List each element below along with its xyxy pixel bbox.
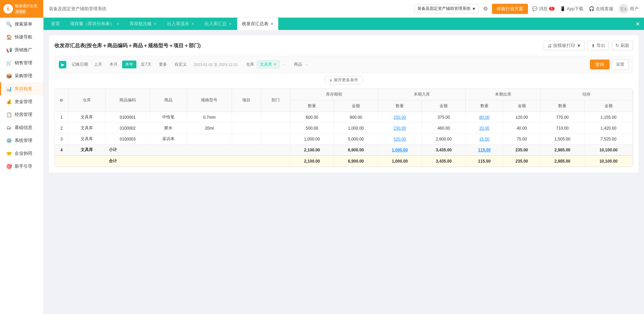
cell-total-balance-amt: 10,100.00 <box>584 155 633 167</box>
print-button[interactable]: 🖨 按模板打印 ▼ <box>544 41 585 50</box>
sidebar-item-search[interactable]: 🔍 搜索菜单 <box>0 18 43 31</box>
cell-out-qty[interactable]: 15.00 <box>466 134 503 145</box>
sidebar-item-quicknav[interactable]: 🏠 快捷导航 <box>0 31 43 44</box>
cell-name: 采访本 <box>150 134 187 145</box>
finance-icon: 💰 <box>6 99 12 104</box>
tab-close-inout-summary[interactable]: ✕ <box>229 22 232 26</box>
cell-warehouse: 文具库 <box>68 112 105 123</box>
cell-subtotal-balance-qty: 2,985.00 <box>541 145 584 156</box>
filter-toggle-arrow[interactable]: ▶ <box>59 61 66 68</box>
cell-balance-amt: 7,525.00 <box>584 134 633 145</box>
date-btn-more[interactable]: 更多 <box>156 61 170 68</box>
tab-batch[interactable]: 库存批次账 ✕ <box>125 18 162 30</box>
date-btn-this-year[interactable]: 本年 <box>122 61 136 68</box>
settings-icon[interactable]: ⚙ <box>483 5 488 12</box>
th-balance-qty: 数量 <box>541 100 584 112</box>
topbar: 装备及固定资产辅助管理系统 装备及固定资产辅助管理系统 ▼ ⚙ 体验行业方案 💬… <box>44 0 644 18</box>
sidebar-item-operations[interactable]: 📋 经营管理 <box>0 108 43 121</box>
sidebar-item-marketing[interactable]: 📢 营销推广 <box>0 44 43 56</box>
cell-subtotal-num: 4 <box>55 145 68 156</box>
gear-icon[interactable]: ⚙ <box>60 98 63 103</box>
cell-subtotal-opening-qty: 2,100.00 <box>290 145 334 156</box>
chevron-down-icon: ▼ <box>577 43 581 48</box>
page-card: 收发存汇总表(按仓库＋商品编码＋商品＋规格型号＋项目＋部门) 🖨 按模板打印 ▼… <box>49 35 639 172</box>
sidebar-item-enterprise[interactable]: 🤝 企业协同 <box>0 147 43 160</box>
logo-icon: 6 <box>3 4 13 14</box>
sidebar-item-inventory[interactable]: 📊 库存核算 <box>0 82 43 95</box>
cell-opening-qty: 500.00 <box>290 123 334 134</box>
cell-department <box>261 134 290 145</box>
phone-icon: 📱 <box>560 6 565 11</box>
sidebar-item-purchase[interactable]: 📦 采购管理 <box>0 69 43 82</box>
cell-balance-qty: 710.00 <box>541 123 584 134</box>
tab-close-batch[interactable]: ✕ <box>154 22 157 26</box>
tabbar-close-icon[interactable]: ✕ <box>634 21 641 27</box>
cell-opening-qty: 600.00 <box>290 112 334 123</box>
cell-out-amt: 120.00 <box>503 112 541 123</box>
date-btn-custom[interactable]: 自定义 <box>171 61 190 68</box>
cell-project <box>232 123 261 134</box>
total-row: 合计 2,100.00 6,900.00 1,000.00 3,435.00 1… <box>55 155 633 167</box>
headset-icon: 🎧 <box>589 6 594 11</box>
warehouse-tag-close[interactable]: ✕ <box>274 62 277 67</box>
sidebar-item-finance[interactable]: 💰 资金管理 <box>0 95 43 108</box>
cell-in-qty[interactable]: 520.00 <box>378 134 422 145</box>
cell-out-qty[interactable]: 20.00 <box>466 123 503 134</box>
date-btn-this-month[interactable]: 本月 <box>106 61 121 68</box>
tab-stock-dist[interactable]: 现存量（库存分布表） ✕ <box>65 18 124 30</box>
tab-inout-flow[interactable]: 出入库流水 ✕ <box>162 18 199 30</box>
expand-conditions-button[interactable]: ∨ 展开更多条件 <box>324 76 363 84</box>
page-title: 收发存汇总表(按仓库＋商品编码＋商品＋规格型号＋项目＋部门) <box>54 43 201 49</box>
th-warehouse: 仓库 <box>68 89 105 112</box>
tab-close-stock-summary[interactable]: ✕ <box>270 22 274 26</box>
tab-stock-summary[interactable]: 收发存汇总表 ✕ <box>237 18 278 30</box>
sidebar-item-basic[interactable]: 🗂 基础信息 <box>0 121 43 134</box>
tab-close-stock-dist[interactable]: ✕ <box>116 22 119 26</box>
date-filter-label: 记账日期 <box>72 62 88 67</box>
system-selector[interactable]: 装备及固定资产辅助管理系统 ▼ <box>414 4 479 13</box>
cell-code: 0100001 <box>105 112 150 123</box>
cell-out-amt: 40.00 <box>503 123 541 134</box>
date-btn-last-month[interactable]: 上月 <box>91 61 105 68</box>
warehouse-more-btn[interactable]: ··· <box>282 62 286 67</box>
message-icon: 💬 <box>532 6 538 11</box>
date-btn-7days[interactable]: 近7天 <box>138 61 154 68</box>
cell-subtotal-warehouse: 文具库 <box>68 145 105 156</box>
cell-in-amt: 460.00 <box>422 123 466 134</box>
cell-subtotal-balance-amt: 10,100.00 <box>584 145 633 156</box>
cell-subtotal-in-qty[interactable]: 1,000.00 <box>378 145 422 156</box>
cell-in-qty[interactable]: 250.00 <box>378 112 422 123</box>
sidebar-item-sales[interactable]: 🛒 销售管理 <box>0 56 43 69</box>
cell-project <box>232 112 261 123</box>
online-service-action[interactable]: 🎧 在线客服 <box>589 6 613 12</box>
tab-inout-summary[interactable]: 出入库汇总 ✕ <box>200 18 236 30</box>
filter-settings-button[interactable]: 设置 <box>612 60 629 69</box>
th-department: 部门 <box>261 89 290 112</box>
cell-code: 0100002 <box>105 123 150 134</box>
cell-total-text: 合计 <box>105 155 290 167</box>
home-icon: 🏠 <box>6 34 12 40</box>
product-more-btn[interactable]: ··· <box>305 62 308 67</box>
warehouse-tag[interactable]: 文具库 ✕ <box>257 61 280 68</box>
query-button[interactable]: 查询 <box>590 60 610 69</box>
export-button[interactable]: ⬆ 导出 <box>588 41 609 50</box>
cell-opening-amt: 900.00 <box>334 112 378 123</box>
tabbar: 首页 现存量（库存分布表） ✕ 库存批次账 ✕ 出入库流水 ✕ 出入库汇总 ✕ … <box>44 18 644 30</box>
tab-close-inout-flow[interactable]: ✕ <box>191 22 194 26</box>
cell-project <box>232 134 261 145</box>
sidebar-item-system[interactable]: ⚙️ 系统管理 <box>0 134 43 147</box>
logo-line1: 畅捷通好生意 <box>15 3 37 9</box>
experience-button[interactable]: 体验行业方案 <box>492 4 528 14</box>
cell-out-qty[interactable]: 80.00 <box>466 112 503 123</box>
guide-icon: 🎯 <box>6 164 12 169</box>
message-action[interactable]: 💬 消息 6 <box>532 6 555 12</box>
th-balance-group: 结存 <box>541 89 633 100</box>
cell-subtotal-out-qty[interactable]: 115.00 <box>466 145 503 156</box>
refresh-button[interactable]: ↻ 刷新 <box>612 41 633 50</box>
tab-home[interactable]: 首页 <box>46 18 65 30</box>
user-action[interactable]: Ea 用户 <box>619 4 639 14</box>
th-out-amt: 金额 <box>503 100 541 112</box>
app-download-action[interactable]: 📱 App下载 <box>560 6 583 12</box>
cell-in-qty[interactable]: 230.00 <box>378 123 422 134</box>
sidebar-item-guide[interactable]: 🎯 新手引导 <box>0 160 43 173</box>
